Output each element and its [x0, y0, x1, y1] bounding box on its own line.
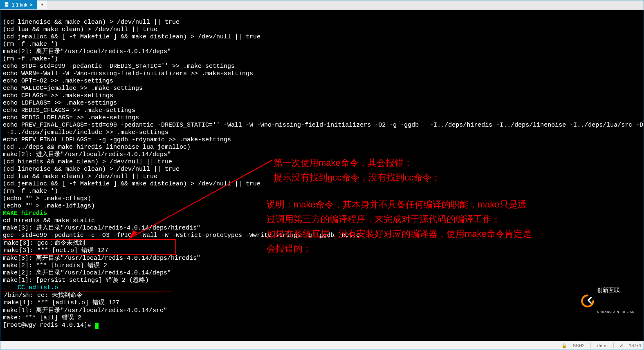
terminal-line: -I../deps/jemalloc/include >> .make-sett…: [3, 129, 168, 136]
file-icon: [4, 2, 9, 8]
annotation-text: 说明：make命令，其本身并不具备任何编译的职能，make只是通: [267, 198, 527, 212]
terminal-line: (cd lua && make clean) > /dev/null || tr…: [3, 26, 157, 33]
status-ssh: SSH2: [573, 343, 585, 348]
terminal-line: make[2]: 进入目录"/usr/local/redis-4.0.14/de…: [3, 151, 171, 158]
terminal-line: make[3]: 进入目录"/usr/local/redis-4.0.14/de…: [3, 225, 200, 232]
terminal-line: (cd jemalloc && [ -f Makefile ] && make …: [3, 33, 260, 40]
close-icon[interactable]: ×: [30, 2, 33, 8]
terminal-line: make[2]: 离开目录"/usr/local/redis-4.0.14/de…: [3, 48, 171, 55]
terminal-line: echo CFLAGS= >> .make-settings: [3, 92, 113, 99]
terminal-line: make[2]: *** [hiredis] 错误 2: [3, 262, 107, 269]
terminal-line: (rm -f .make-*): [3, 188, 58, 195]
terminal-line: echo REDIS_LDFLAGS= >> .make-settings: [3, 114, 139, 121]
terminal-line: (echo "" > .make-ldflags): [3, 203, 95, 210]
logo-icon: [581, 294, 595, 308]
terminal-line: make: *** [all] 错误 2: [3, 314, 81, 321]
terminal-line: echo STD=-std=c99 -pedantic -DREDIS_STAT…: [3, 63, 235, 70]
terminal-line: echo PREV_FINAL_CFLAGS=-std=c99 -pedanti…: [3, 122, 643, 129]
terminal-line: MAKE hiredis: [3, 210, 47, 217]
terminal-viewport[interactable]: (cd linenoise && make clean) > /dev/null…: [0, 10, 644, 341]
terminal-line: (cd linenoise && make clean) > /dev/null…: [3, 19, 180, 26]
terminal-line: gcc -std=c99 -pedantic -c -O3 -fPIC -Wal…: [3, 232, 360, 239]
error-box-cc: /bin/sh: cc: 未找到命令 make[1]: *** [adlist.…: [3, 292, 172, 307]
annotation-text: 会报错的；: [267, 242, 312, 256]
annotation-text: 提示没有找到gcc命令，没有找到cc命令；: [274, 171, 440, 185]
status-bar: 🔒 SSH2 xterm ⤢ 187x4: [0, 341, 644, 350]
annotation-text: 过调用第三方的编译程序，来完成对于源代码的编译工作；: [267, 212, 500, 226]
annotation-text: 第一次使用make命令，其会报错；: [274, 156, 413, 170]
terminal-line: (cd jemalloc && [ -f Makefile ] && make …: [3, 181, 260, 187]
terminal-line: (cd ../deps && make hiredis linenoise lu…: [3, 144, 191, 151]
terminal-line: make[2]: 离开目录"/usr/local/redis-4.0.14/de…: [3, 270, 171, 276]
cursor: [95, 323, 99, 329]
error-box-gcc: make[3]: gcc：命令未找到 make[3]: *** [net.o] …: [3, 239, 176, 255]
terminal-line: echo MALLOC=jemalloc >> .make-settings: [3, 85, 143, 92]
terminal-prompt: [root@wgy redis-4.0.14]#: [3, 322, 95, 329]
terminal-line: echo OPT=-O2 >> .make-settings: [3, 78, 113, 85]
terminal-line: CC adlist.o: [3, 284, 58, 291]
terminal-line: (cd lua && make clean) > /dev/null || tr…: [3, 173, 157, 180]
terminal-line: (echo "" > .make-cflags): [3, 195, 91, 202]
watermark-logo: 创新互联 CHUANG XIN HU LIAN: [581, 272, 635, 330]
resize-icon: ⤢: [619, 343, 623, 348]
status-size: 187x4: [629, 343, 641, 348]
terminal-line: (cd linenoise && make clean) > /dev/null…: [3, 166, 180, 173]
terminal-line: make[1]: [persist-settings] 错误 2 (忽略): [3, 277, 149, 284]
tab-label: 1 1 link: [12, 2, 27, 8]
terminal-line: (cd hiredis && make clean) > /dev/null |…: [3, 158, 172, 165]
new-tab-button[interactable]: +: [37, 0, 47, 9]
terminal-line: echo REDIS_CFLAGS= >> .make-settings: [3, 107, 135, 114]
terminal-line: echo WARN=-Wall -W -Wno-missing-field-in…: [3, 70, 253, 77]
terminal-line: make[1]: 离开目录"/usr/local/redis-4.0.14/sr…: [3, 307, 167, 314]
terminal-line: echo PREV_FINAL_LDFLAGS= -g -ggdb -rdyna…: [3, 136, 231, 143]
terminal-line: cd hiredis && make static: [3, 217, 95, 224]
terminal-line: (rm -f .make-*): [3, 41, 58, 48]
terminal-line: (rm -f .make-*): [3, 56, 58, 62]
tab-link-1[interactable]: 1 1 link ×: [0, 0, 37, 9]
lock-icon: 🔒: [561, 343, 567, 348]
tab-bar: 1 1 link × +: [0, 0, 644, 10]
terminal-line: make[3]: 离开目录"/usr/local/redis-4.0.14/de…: [3, 255, 200, 262]
status-term: xterm: [597, 343, 608, 348]
terminal-line: echo LDFLAGS= >> .make-settings: [3, 100, 117, 107]
